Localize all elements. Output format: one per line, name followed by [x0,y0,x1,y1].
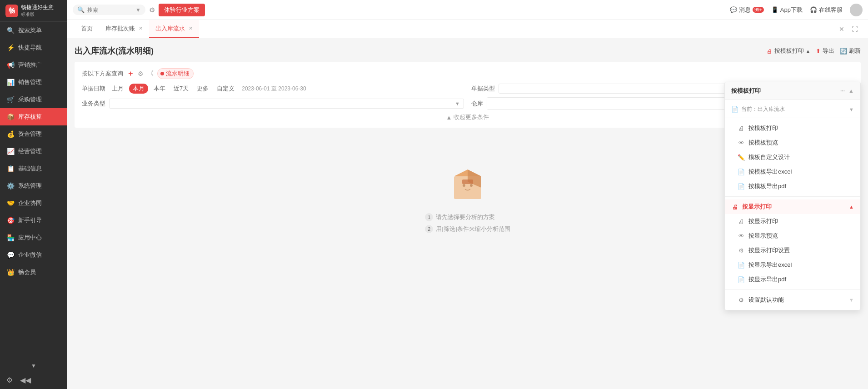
scroll-down-arrow[interactable]: ▼ [31,363,36,369]
sidebar-item-search[interactable]: 🔍 搜索菜单 [0,22,67,39]
tab-expand-icon[interactable]: ⛶ [849,24,861,35]
dropdown-more-icon[interactable]: ··· [840,88,845,94]
sidebar-item-inventory[interactable]: 📦 库存核算 [0,108,67,125]
filter-businesstype-label: 业务类型 [82,100,105,108]
dp-item-display-settings[interactable]: ⚙ 按显示打印设置 [725,243,860,258]
dp-item-set-default[interactable]: ⚙ 设置默认功能 ▼ [725,293,860,307]
svg-point-4 [463,184,465,187]
display-excel-icon: 📄 [738,262,745,269]
logo-text: 畅捷通好生意 标准版 [21,4,54,17]
topbar-search-input[interactable] [87,7,133,13]
tab-close-all-icon[interactable]: ✕ [836,24,847,35]
dp-item-display-print[interactable]: 🖨 按显示打印 [725,214,860,229]
print-label: 按模板打印 [774,47,804,55]
topbar-right: 💬 消息 99+ 📱 App下载 🎧 在线客服 [730,4,863,16]
print-button[interactable]: 🖨 按模板打印 ▲ [767,47,810,55]
tab-flow-close[interactable]: ✕ [189,25,193,31]
sidebar-item-wechat[interactable]: 💬 企业微信 [0,246,67,264]
sidebar-item-member[interactable]: 👑 畅会员 [0,264,67,281]
sidebar-item-marketing[interactable]: 📢 营销推广 [0,56,67,74]
messages-label: 消息 [739,6,751,14]
empty-icon [445,160,490,206]
sidebar-label-inventory: 库存核算 [18,113,42,121]
filter-date-range: 2023-06-01 至 2023-06-30 [242,85,306,93]
dropdown-header-icons: ··· ▲ [840,88,854,94]
trial-button[interactable]: 体验行业方案 [159,4,205,16]
template-design-icon: ✏️ [738,154,745,161]
sidebar-item-operation[interactable]: 📈 经营管理 [0,143,67,160]
online-service-button[interactable]: 🎧 在线客服 [810,6,843,14]
display-print-icon: 🖨 [738,218,745,225]
dp-item-display-preview-label: 按显示预览 [748,232,854,240]
sidebar-item-basic[interactable]: 📋 基础信息 [0,160,67,177]
sidebar-label-quicknav: 快捷导航 [18,44,42,52]
tab-flow[interactable]: 出入库流水 ✕ [149,20,199,38]
messages-badge: 99+ [753,7,764,13]
filter-settings-icon[interactable]: ⚙ [138,70,144,77]
current-template-arrow[interactable]: ▼ [849,107,854,112]
dp-item-template-pdf[interactable]: 📄 按模板导出pdf [725,179,860,194]
filter-add-button[interactable]: ＋ [127,69,134,79]
tab-home[interactable]: 首页 [75,20,99,38]
tabs-bar: 首页 库存批次账 ✕ 出入库流水 ✕ ✕ ⛶ [67,20,868,38]
dp-item-template-excel[interactable]: 📄 按模板导出excel [725,165,860,179]
filter-businesstype-select[interactable]: ▼ [109,99,464,109]
collapse-btn-label: 收起更多条件 [454,113,489,121]
settings-bottom-icon[interactable]: ⚙ [6,376,13,384]
sidebar-label-member: 畅会员 [18,268,36,276]
search-icon: 🔍 [6,26,15,35]
refresh-label: 刷新 [849,47,861,55]
date-opt-lastmonth[interactable]: 上月 [109,84,126,94]
topbar-gear-icon[interactable]: ⚙ [149,6,155,14]
dp-item-template-preview-label: 按模板预览 [748,139,854,147]
dp-item-display-excel[interactable]: 📄 按显示导出excel [725,258,860,272]
tab-home-label: 首页 [81,25,93,33]
dp-item-template-preview[interactable]: 👁 按模板预览 [725,135,860,150]
collapse-sidebar-icon[interactable]: ◀◀ [20,376,31,384]
dropdown-chevron-up-icon[interactable]: ▲ [848,88,854,94]
app-download-label: App下载 [780,6,803,14]
sidebar-item-newbie[interactable]: 🎯 新手引导 [0,212,67,229]
topbar-search-icon: 🔍 [77,6,85,13]
sidebar-item-purchase[interactable]: 🛒 采购管理 [0,91,67,108]
logo-icon: 畅 [5,5,18,17]
sidebar-item-coop[interactable]: 🤝 企业协同 [0,194,67,212]
template-icon: 📄 [731,106,738,113]
export-button[interactable]: ⬆ 导出 [816,47,834,55]
sidebar-label-sales: 销售管理 [18,78,42,86]
dp-item-template-excel-label: 按模板导出excel [748,168,854,176]
filter-businesstype-arrow: ▼ [455,101,460,106]
date-opt-thismonth[interactable]: 本月 [129,84,148,94]
marketing-icon: 📢 [6,61,15,69]
dp-item-template-design[interactable]: ✏️ 模板自定义设计 [725,150,860,165]
date-opt-7days[interactable]: 近7天 [171,84,191,94]
sidebar-item-quicknav[interactable]: ⚡ 快捷导航 [0,39,67,56]
filter-collapse-icon[interactable]: 《 [147,70,154,78]
date-opt-thisyear[interactable]: 本年 [151,84,168,94]
sidebar-item-sales[interactable]: 📊 销售管理 [0,74,67,91]
dp-item-display-pdf[interactable]: 📄 按显示导出pdf [725,272,860,287]
app-download-button[interactable]: 📱 App下载 [771,6,803,14]
date-opt-custom[interactable]: 自定义 [214,84,237,94]
filter-active-tag[interactable]: 流水明细 [157,68,194,79]
dp-display-group-header[interactable]: 🖨 按显示打印 ▲ [725,199,860,214]
tab-flow-label: 出入库流水 [155,25,185,33]
dp-item-template-print[interactable]: 🖨 按模板打印 [725,121,860,135]
sidebar-item-appstore[interactable]: 🏪 应用中心 [0,229,67,246]
filter-warehouse-label: 仓库 [471,100,483,108]
user-avatar[interactable] [850,4,863,16]
app-download-icon: 📱 [771,6,778,13]
sidebar-item-system[interactable]: ⚙️ 系统管理 [0,177,67,194]
dp-item-display-preview[interactable]: 👁 按显示预览 [725,229,860,243]
tab-batch[interactable]: 库存批次账 ✕ [99,20,149,38]
sidebar-label-newbie: 新手引导 [18,216,42,224]
topbar-search-chevron[interactable]: ▼ [135,7,141,13]
dp-item-display-excel-label: 按显示导出excel [748,261,854,269]
template-print-icon: 🖨 [738,125,745,132]
sidebar-item-finance[interactable]: 💰 资金管理 [0,125,67,143]
appstore-icon: 🏪 [6,234,15,242]
tab-batch-close[interactable]: ✕ [139,25,143,31]
refresh-button[interactable]: 🔄 刷新 [840,47,861,55]
messages-button[interactable]: 💬 消息 99+ [730,6,764,14]
date-opt-more[interactable]: 更多 [194,84,211,94]
